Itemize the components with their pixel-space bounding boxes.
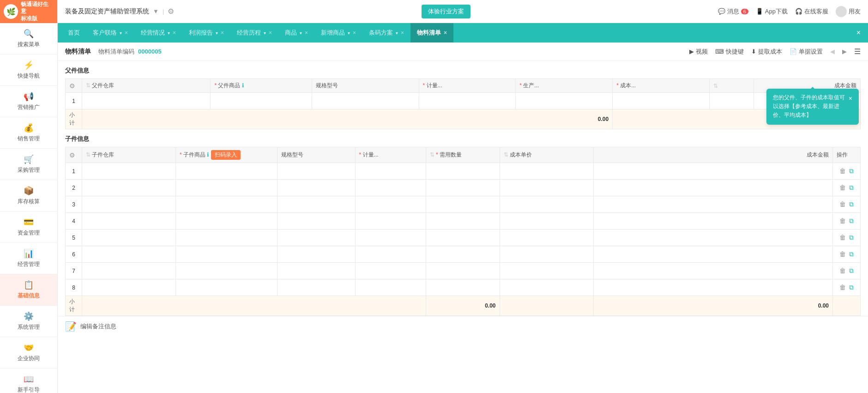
parent-spec-cell[interactable] bbox=[312, 93, 419, 109]
child-goods-cell[interactable] bbox=[176, 163, 277, 180]
child-warehouse-cell[interactable] bbox=[82, 279, 176, 296]
child-warehouse-cell[interactable] bbox=[82, 213, 176, 230]
tab-profit[interactable]: 利润报告 ▾ × bbox=[182, 23, 230, 42]
child-goods-cell[interactable] bbox=[176, 279, 277, 296]
sidebar-item-operations[interactable]: 📊 经营管理 bbox=[0, 243, 57, 274]
settings-icon[interactable]: ⚙ bbox=[168, 7, 174, 16]
tab-goods-close[interactable]: × bbox=[305, 30, 308, 36]
child-warehouse-cell[interactable] bbox=[82, 263, 176, 279]
child-warehouse-cell[interactable] bbox=[82, 180, 176, 196]
tab-operations[interactable]: 经营情况 ▾ × bbox=[134, 23, 182, 42]
trial-button[interactable]: 体验行业方案 bbox=[422, 5, 470, 18]
copy-row-btn[interactable]: ⧉ bbox=[849, 250, 854, 258]
child-spec-cell[interactable] bbox=[277, 246, 355, 263]
copy-row-btn[interactable]: ⧉ bbox=[849, 167, 854, 175]
tab-history-close[interactable]: × bbox=[269, 30, 272, 36]
tooltip-close-btn[interactable]: × bbox=[849, 93, 852, 103]
parent-warehouse-cell[interactable] bbox=[82, 93, 211, 109]
delete-row-btn[interactable]: 🗑 bbox=[839, 234, 846, 241]
parent-unit-cell[interactable] bbox=[419, 93, 516, 109]
tab-barcode[interactable]: 条码方案 ▾ × bbox=[362, 23, 410, 42]
close-all-tabs[interactable]: × bbox=[853, 29, 864, 37]
child-spec-cell[interactable] bbox=[277, 213, 355, 230]
child-unit-cell[interactable] bbox=[355, 180, 426, 196]
column-settings-icon-2[interactable]: ⚙ bbox=[69, 151, 75, 159]
view-action[interactable]: ▶ 视频 bbox=[689, 48, 708, 56]
child-goods-cell[interactable] bbox=[176, 180, 277, 196]
delete-row-btn[interactable]: 🗑 bbox=[839, 217, 846, 224]
parent-production-cell[interactable] bbox=[516, 93, 613, 109]
child-unit-cell[interactable] bbox=[355, 163, 426, 180]
child-required-qty-cell[interactable] bbox=[426, 180, 500, 196]
child-spec-cell[interactable] bbox=[277, 196, 355, 213]
dropdown-icon[interactable]: ▼ bbox=[153, 8, 159, 15]
child-warehouse-cell[interactable] bbox=[82, 246, 176, 263]
child-unit-cell[interactable] bbox=[355, 279, 426, 296]
sidebar-item-purchase[interactable]: 🛒 采购管理 bbox=[0, 149, 57, 180]
tab-customer[interactable]: 客户联络 ▾ × bbox=[86, 23, 134, 42]
child-warehouse-cell[interactable] bbox=[82, 163, 176, 180]
column-settings-icon[interactable]: ⚙ bbox=[69, 82, 75, 90]
delete-row-btn[interactable]: 🗑 bbox=[839, 184, 846, 191]
sidebar-item-finance[interactable]: 💳 资金管理 bbox=[0, 212, 57, 243]
copy-row-btn[interactable]: ⧉ bbox=[849, 184, 854, 191]
child-goods-cell[interactable] bbox=[176, 196, 277, 213]
child-goods-cell[interactable] bbox=[176, 263, 277, 279]
tab-profit-close[interactable]: × bbox=[221, 30, 224, 36]
single-settings-action[interactable]: 📄 单据设置 bbox=[790, 48, 823, 56]
child-unit-cell[interactable] bbox=[355, 230, 426, 246]
tab-customer-close[interactable]: × bbox=[125, 30, 128, 36]
tab-new-goods[interactable]: 新增商品 ▾ × bbox=[314, 23, 362, 42]
delete-row-btn[interactable]: 🗑 bbox=[839, 267, 846, 274]
sidebar-item-quick-nav[interactable]: ⚡ 快捷导航 bbox=[0, 54, 57, 86]
tab-history[interactable]: 经营历程 ▾ × bbox=[230, 23, 278, 42]
scan-button[interactable]: 扫码录入 bbox=[211, 150, 241, 160]
tab-home[interactable]: 首页 bbox=[61, 23, 86, 42]
parent-goods-cell[interactable] bbox=[211, 93, 312, 109]
shortcut-action[interactable]: ⌨ 快捷键 bbox=[715, 48, 744, 56]
delete-row-btn[interactable]: 🗑 bbox=[839, 167, 846, 175]
child-goods-cell[interactable] bbox=[176, 230, 277, 246]
child-goods-cell[interactable] bbox=[176, 213, 277, 230]
sidebar-item-inventory[interactable]: 📦 库存核算 bbox=[0, 180, 57, 212]
child-unit-cell[interactable] bbox=[355, 196, 426, 213]
child-goods-cell[interactable] bbox=[176, 246, 277, 263]
child-spec-cell[interactable] bbox=[277, 230, 355, 246]
nav-prev[interactable]: ◀ bbox=[830, 48, 835, 55]
sidebar-item-basic-info[interactable]: 📋 基础信息 bbox=[0, 274, 57, 306]
copy-row-btn[interactable]: ⧉ bbox=[849, 217, 854, 224]
sidebar-item-sales[interactable]: 💰 销售管理 bbox=[0, 117, 57, 149]
child-unit-cell[interactable] bbox=[355, 246, 426, 263]
child-unit-cell[interactable] bbox=[355, 213, 426, 230]
delete-row-btn[interactable]: 🗑 bbox=[839, 200, 846, 208]
online-service-button[interactable]: 🎧 在线客服 bbox=[795, 7, 828, 16]
child-warehouse-cell[interactable] bbox=[82, 230, 176, 246]
child-required-qty-cell[interactable] bbox=[426, 163, 500, 180]
sidebar-item-marketing[interactable]: 📢 营销推广 bbox=[0, 86, 57, 117]
child-spec-cell[interactable] bbox=[277, 180, 355, 196]
tab-barcode-close[interactable]: × bbox=[401, 30, 404, 36]
child-spec-cell[interactable] bbox=[277, 263, 355, 279]
copy-row-btn[interactable]: ⧉ bbox=[849, 200, 854, 208]
child-required-qty-cell[interactable] bbox=[426, 263, 500, 279]
child-required-qty-cell[interactable] bbox=[426, 279, 500, 296]
delete-row-btn[interactable]: 🗑 bbox=[839, 250, 846, 258]
user-button[interactable]: 用友 bbox=[836, 6, 861, 17]
nav-next[interactable]: ▶ bbox=[842, 48, 847, 55]
child-warehouse-cell[interactable] bbox=[82, 196, 176, 213]
child-required-qty-cell[interactable] bbox=[426, 230, 500, 246]
copy-row-btn[interactable]: ⧉ bbox=[849, 234, 854, 241]
sidebar-item-enterprise[interactable]: 🤝 企业协同 bbox=[0, 337, 57, 369]
child-spec-cell[interactable] bbox=[277, 279, 355, 296]
tab-bom[interactable]: 物料清单 × bbox=[410, 23, 453, 42]
child-spec-cell[interactable] bbox=[277, 163, 355, 180]
child-unit-cell[interactable] bbox=[355, 263, 426, 279]
sidebar-item-search[interactable]: 🔍 搜索菜单 bbox=[0, 23, 57, 54]
layout-icon[interactable]: ☰ bbox=[854, 47, 861, 56]
copy-row-btn[interactable]: ⧉ bbox=[849, 284, 854, 291]
tab-goods[interactable]: 商品 ▾ × bbox=[278, 23, 314, 42]
tab-bom-close[interactable]: × bbox=[444, 30, 447, 36]
extract-cost-action[interactable]: ⬇ 提取成本 bbox=[751, 48, 782, 56]
parent-cost-cell[interactable] bbox=[613, 93, 710, 109]
sidebar-item-guide[interactable]: 📖 新手引导 bbox=[0, 369, 57, 393]
